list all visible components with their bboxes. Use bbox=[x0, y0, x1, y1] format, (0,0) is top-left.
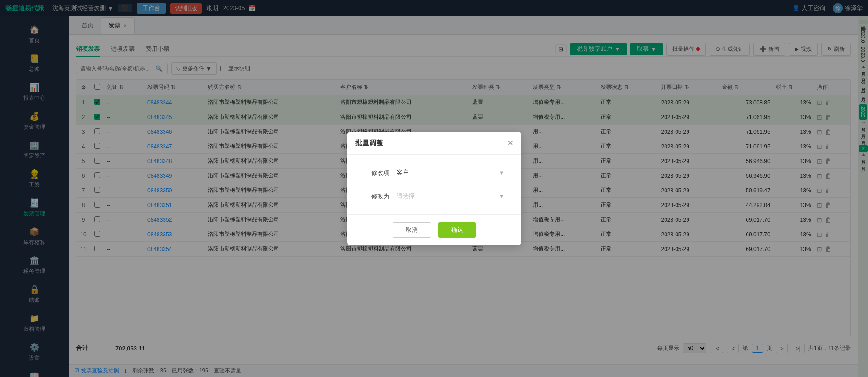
modal-overlay[interactable]: 批量调整 × 修改项 客户 ▼ 修改为 请选择 ▼ 取消 确认 bbox=[0, 0, 868, 377]
modal-row-to: 修改为 请选择 ▼ bbox=[362, 189, 507, 203]
modify-field-select[interactable]: 客户 ▼ bbox=[395, 166, 507, 180]
confirm-btn[interactable]: 确认 bbox=[438, 222, 476, 238]
to-chevron-down-icon: ▼ bbox=[499, 193, 505, 200]
modal-title: 批量调整 bbox=[355, 139, 383, 148]
modal-footer: 取消 确认 bbox=[347, 214, 521, 245]
modify-field-label: 修改项 bbox=[362, 169, 389, 177]
modal-close-btn[interactable]: × bbox=[508, 138, 513, 148]
cancel-btn[interactable]: 取消 bbox=[393, 222, 431, 238]
field-chevron-down-icon: ▼ bbox=[499, 169, 505, 176]
batch-adjust-modal: 批量调整 × 修改项 客户 ▼ 修改为 请选择 ▼ 取消 确认 bbox=[347, 132, 521, 245]
modal-row-field: 修改项 客户 ▼ bbox=[362, 166, 507, 180]
modify-to-placeholder: 请选择 bbox=[397, 192, 415, 200]
modal-header: 批量调整 × bbox=[347, 132, 521, 155]
modify-to-select[interactable]: 请选择 ▼ bbox=[395, 189, 507, 203]
modal-body: 修改项 客户 ▼ 修改为 请选择 ▼ bbox=[347, 155, 521, 214]
modify-to-label: 修改为 bbox=[362, 192, 389, 201]
